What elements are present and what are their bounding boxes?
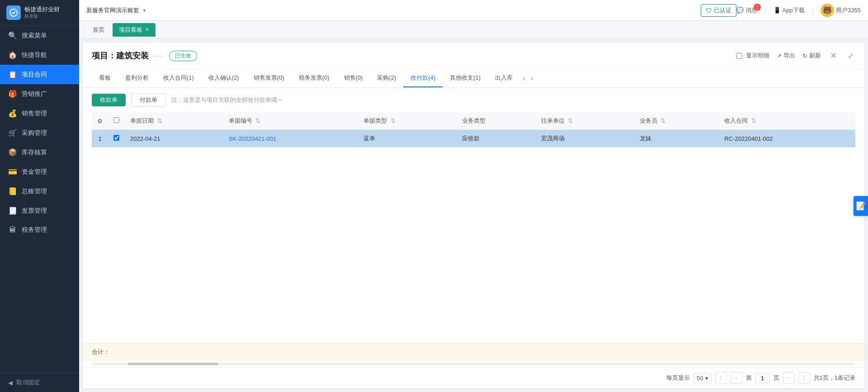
nav-prev-icon[interactable]: ‹ xyxy=(520,74,528,82)
pagination: 每页显示 50 ▾ ⟨ ‹ 第 页 › ⟩ 共1页，1条记录 xyxy=(83,367,864,388)
tax-icon: 🏛 xyxy=(8,226,17,234)
project-header: 项目：建筑安装 ··· 已生效 显示明细 ↗ 导出 ↻ 刷新 ✕ ⤢ xyxy=(83,43,864,69)
select-all-checkbox[interactable] xyxy=(113,117,119,123)
sidebar: 畅捷通好业财 标准版 🔍 搜索菜单 🏠 快捷导航 📋 项目合同 🎁 营销推广 💰… xyxy=(0,0,79,392)
fullscreen-icon[interactable]: ⤢ xyxy=(846,50,855,62)
tab-receipt[interactable]: 收付款(4) xyxy=(403,69,443,87)
sidebar-unpin-button[interactable]: ◀ 取消固定 xyxy=(0,373,79,392)
ledger-icon: 📒 xyxy=(8,187,17,196)
chevron-down-icon: ▼ xyxy=(142,8,147,13)
th-date[interactable]: 单据日期 ⇅ xyxy=(125,112,223,130)
page-size-label: 每页显示 xyxy=(666,374,690,382)
table-wrapper: ⚙ 单据日期 ⇅ 单据编号 ⇅ xyxy=(83,112,864,343)
sidebar-item-sales[interactable]: 💰 销售管理 xyxy=(0,104,79,123)
tab-tax-invoice[interactable]: 税务发票(0) xyxy=(292,69,337,87)
funds-icon: 💳 xyxy=(8,167,17,176)
scroll-thumb[interactable] xyxy=(128,363,218,365)
project-actions: 显示明细 ↗ 导出 ↻ 刷新 ✕ ⤢ xyxy=(736,49,855,62)
account-selector[interactable]: 新服务官网演示账套 ▼ xyxy=(86,6,701,14)
project-label: 项目：建筑安装 xyxy=(92,50,149,61)
page-next-button[interactable]: › xyxy=(783,372,795,384)
th-number[interactable]: 单据编号 ⇅ xyxy=(223,112,358,130)
row-biz-type: 应收款 xyxy=(457,130,536,148)
chevron-down-icon: ▾ xyxy=(705,375,708,382)
nav-tabs: 看板 盈利分析 收入合同(1) 收入确认(2) 销售发票(0) 税务发票(0) … xyxy=(83,69,864,88)
pin-icon: ◀ xyxy=(8,379,13,386)
sidebar-item-tax[interactable]: 🏛 税务管理 xyxy=(0,220,79,239)
row-number[interactable]: SK-20220421-001 xyxy=(223,130,358,148)
tab-sales-invoice[interactable]: 销售发票(0) xyxy=(246,69,292,87)
user-menu[interactable]: 🐻 用户3355 xyxy=(821,4,861,17)
user-avatar: 🐻 xyxy=(821,4,834,17)
tab-close-icon[interactable]: ✕ xyxy=(145,27,149,33)
sidebar-item-invoice[interactable]: 🧾 发票管理 xyxy=(0,201,79,220)
sidebar-item-search[interactable]: 🔍 搜索菜单 xyxy=(0,26,79,45)
float-feedback-button[interactable]: 📝 xyxy=(854,196,868,216)
tab-purchase[interactable]: 采购(2) xyxy=(370,69,403,87)
sidebar-logo: 畅捷通好业财 标准版 xyxy=(0,0,79,26)
sidebar-item-quick-nav[interactable]: 🏠 快捷导航 xyxy=(0,45,79,65)
page-prev-button[interactable]: ‹ xyxy=(731,372,742,384)
sidebar-item-purchase[interactable]: 🛒 采购管理 xyxy=(0,123,79,143)
page-total-info: 共1页，1条记录 xyxy=(814,374,855,382)
export-button[interactable]: ↗ 导出 xyxy=(777,52,795,60)
page-size-select[interactable]: 50 ▾ xyxy=(693,373,711,383)
more-icon[interactable]: ··· xyxy=(154,51,164,61)
sort-icon: ⇅ xyxy=(255,117,260,124)
sort-icon: ⇅ xyxy=(568,117,573,124)
sub-tab-note: 注：这里是与项目关联的全部收付款单哦～ xyxy=(171,96,283,104)
close-button[interactable]: ✕ xyxy=(828,49,839,62)
settings-icon[interactable]: ⚙ xyxy=(97,118,103,124)
scroll-row xyxy=(83,361,864,367)
th-partner[interactable]: 往来单位 ⇅ xyxy=(536,112,634,130)
table-row[interactable]: 1 2022-04-21 SK-20220421-001 蓝单 应收款 宏茂商场… xyxy=(92,130,855,148)
tab-sales[interactable]: 销售(0) xyxy=(337,69,370,87)
tab-profit[interactable]: 盈利分析 xyxy=(118,69,156,87)
sub-tabs: 收款单 付款单 注：这里是与项目关联的全部收付款单哦～ xyxy=(83,88,864,112)
th-checkbox xyxy=(108,112,125,130)
tab-home[interactable]: 首页 xyxy=(86,23,111,37)
sidebar-item-funds[interactable]: 💳 资金管理 xyxy=(0,162,79,182)
refresh-button[interactable]: ↻ 刷新 xyxy=(802,52,821,60)
show-detail-toggle[interactable]: 显示明细 xyxy=(736,52,769,60)
page-first-button[interactable]: ⟨ xyxy=(715,372,727,384)
row-contract: RC-20220401-002 xyxy=(719,130,855,148)
tab-inout[interactable]: 出入库 xyxy=(488,69,520,87)
row-checkbox[interactable] xyxy=(113,135,119,141)
sidebar-nav: 🔍 搜索菜单 🏠 快捷导航 📋 项目合同 🎁 营销推广 💰 销售管理 🛒 采购管… xyxy=(0,26,79,373)
sub-tab-receipt[interactable]: 收款单 xyxy=(92,94,126,106)
th-type[interactable]: 单据类型 ⇅ xyxy=(358,112,457,130)
page-last-button[interactable]: ⟩ xyxy=(798,372,810,384)
th-settings[interactable]: ⚙ xyxy=(92,112,108,130)
sub-tab-payment[interactable]: 付款单 xyxy=(131,93,166,107)
tab-bar: 首页 项目看板 ✕ xyxy=(79,21,868,39)
refresh-icon: ↻ xyxy=(802,53,807,59)
sidebar-item-project-contract[interactable]: 📋 项目合同 xyxy=(0,65,79,84)
app-download-button[interactable]: 📱 App下载 xyxy=(774,6,805,14)
message-button[interactable]: 💬 消息 1 xyxy=(736,6,757,14)
total-label: 合计： xyxy=(92,349,109,355)
scroll-track xyxy=(92,363,855,365)
row-date: 2022-04-21 xyxy=(125,130,223,148)
page-number-input[interactable] xyxy=(755,373,770,383)
tab-income-contract[interactable]: 收入合同(1) xyxy=(156,69,201,87)
th-contract[interactable]: 收入合同 ⇅ xyxy=(719,112,855,130)
th-salesman[interactable]: 业务员 ⇅ xyxy=(634,112,719,130)
sidebar-item-ledger[interactable]: 📒 总账管理 xyxy=(0,182,79,201)
tab-project[interactable]: 项目看板 ✕ xyxy=(113,23,156,37)
row-partner: 宏茂商场 xyxy=(536,130,634,148)
app-logo-text: 畅捷通好业财 标准版 xyxy=(24,6,60,20)
search-icon: 🔍 xyxy=(8,31,17,40)
contract-icon: 📋 xyxy=(8,70,17,79)
row-checkbox-cell xyxy=(108,130,125,148)
message-badge: 1 xyxy=(754,4,761,11)
home-icon: 🏠 xyxy=(8,51,17,59)
tab-other-income[interactable]: 其他收支(1) xyxy=(443,69,488,87)
nav-next-icon[interactable]: › xyxy=(528,74,535,82)
tab-kanban[interactable]: 看板 xyxy=(92,69,118,87)
tab-income-confirm[interactable]: 收入确认(2) xyxy=(201,69,246,87)
sidebar-item-marketing[interactable]: 🎁 营销推广 xyxy=(0,84,79,104)
show-detail-checkbox[interactable] xyxy=(736,53,742,59)
sidebar-item-inventory[interactable]: 📦 库存核算 xyxy=(0,143,79,162)
table-footer: 合计： xyxy=(83,343,864,361)
